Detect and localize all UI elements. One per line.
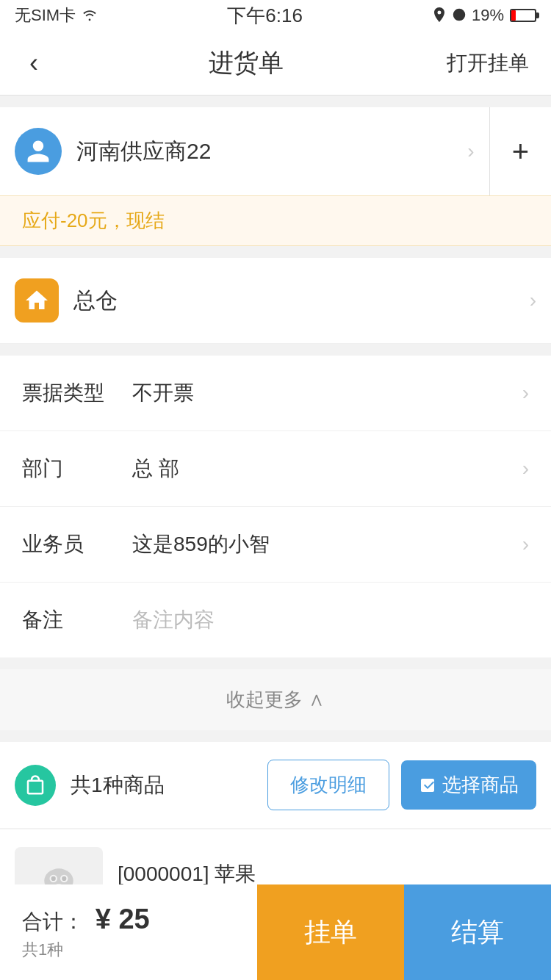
shopping-bag-icon — [24, 774, 46, 796]
edit-detail-button[interactable]: 修改明细 — [267, 760, 389, 810]
department-label: 部门 — [22, 455, 118, 483]
product-count-label: 共1种商品 — [71, 771, 267, 799]
add-product-icon — [419, 777, 436, 794]
battery-percent: 19% — [472, 6, 504, 25]
product-header: 共1种商品 修改明细 选择商品 — [0, 742, 551, 828]
select-product-button[interactable]: 选择商品 — [401, 760, 536, 810]
salesperson-value: 这是859的小智 — [118, 530, 511, 558]
location-icon — [432, 7, 447, 24]
product-name: [0000001] 苹果 — [118, 860, 493, 888]
department-row[interactable]: 部门 总 部 › — [0, 431, 551, 507]
department-chevron-icon: › — [522, 457, 529, 480]
notice-text: 应付-20元，现结 — [22, 209, 165, 231]
total-main: 合计： ¥ 25 — [22, 904, 235, 936]
select-product-label: 选择商品 — [442, 772, 519, 798]
status-bar: 无SIM卡 下午6:16 19% — [0, 0, 551, 31]
nav-bar: ‹ 进货单 打开挂单 — [0, 31, 551, 96]
product-icon — [15, 765, 56, 806]
invoice-type-value: 不开票 — [118, 379, 511, 407]
person-icon — [25, 138, 51, 165]
remark-label: 备注 — [22, 606, 118, 634]
total-label: 合计： — [22, 910, 84, 933]
remark-row[interactable]: 备注 备注内容 — [0, 583, 551, 657]
settle-button[interactable]: 结算 — [404, 884, 551, 980]
notice-banner: 应付-20元，现结 — [0, 195, 551, 246]
warehouse-icon — [15, 278, 59, 323]
warehouse-chevron-icon: › — [530, 289, 536, 312]
remark-input[interactable]: 备注内容 — [118, 606, 529, 634]
svg-point-3 — [51, 876, 56, 880]
collapse-button[interactable]: 收起更多 ∧ — [0, 669, 551, 730]
bottom-bar: 合计： ¥ 25 共1种 挂单 结算 — [0, 884, 551, 980]
main-content: 河南供应商22 › + 应付-20元，现结 总仓 › 票据类型 不开票 › 部门… — [0, 107, 551, 980]
add-supplier-button[interactable]: + — [490, 115, 551, 189]
home-icon — [24, 287, 50, 314]
wifi-icon — [82, 10, 98, 21]
status-left: 无SIM卡 — [15, 4, 98, 26]
salesperson-chevron-icon: › — [522, 533, 529, 556]
alarm-icon — [451, 7, 467, 24]
carrier-label: 无SIM卡 — [15, 4, 76, 26]
page-title: 进货单 — [209, 46, 284, 80]
warehouse-name: 总仓 — [73, 286, 518, 316]
salesperson-label: 业务员 — [22, 530, 118, 558]
back-button[interactable]: ‹ — [22, 40, 46, 86]
battery-icon — [510, 9, 536, 22]
supplier-selector[interactable]: 河南供应商22 › — [0, 107, 490, 195]
total-sub: 共1种 — [22, 939, 235, 961]
supplier-name: 河南供应商22 — [76, 137, 455, 167]
salesperson-row[interactable]: 业务员 这是859的小智 › — [0, 507, 551, 583]
status-time: 下午6:16 — [227, 3, 303, 29]
invoice-type-row[interactable]: 票据类型 不开票 › — [0, 356, 551, 431]
status-right: 19% — [432, 6, 536, 25]
open-hang-button[interactable]: 打开挂单 — [447, 49, 529, 77]
svg-point-4 — [62, 876, 66, 880]
invoice-chevron-icon: › — [522, 381, 529, 405]
total-section: 合计： ¥ 25 共1种 — [0, 904, 257, 961]
supplier-avatar — [15, 128, 62, 175]
supplier-section: 河南供应商22 › + — [0, 107, 551, 195]
form-section: 票据类型 不开票 › 部门 总 部 › 业务员 这是859的小智 › 备注 备注… — [0, 356, 551, 657]
supplier-chevron-icon: › — [467, 140, 474, 163]
invoice-type-label: 票据类型 — [22, 379, 118, 407]
warehouse-section[interactable]: 总仓 › — [0, 258, 551, 344]
department-value: 总 部 — [118, 455, 511, 483]
total-amount: ¥ 25 — [96, 904, 150, 934]
hang-button[interactable]: 挂单 — [257, 884, 404, 980]
